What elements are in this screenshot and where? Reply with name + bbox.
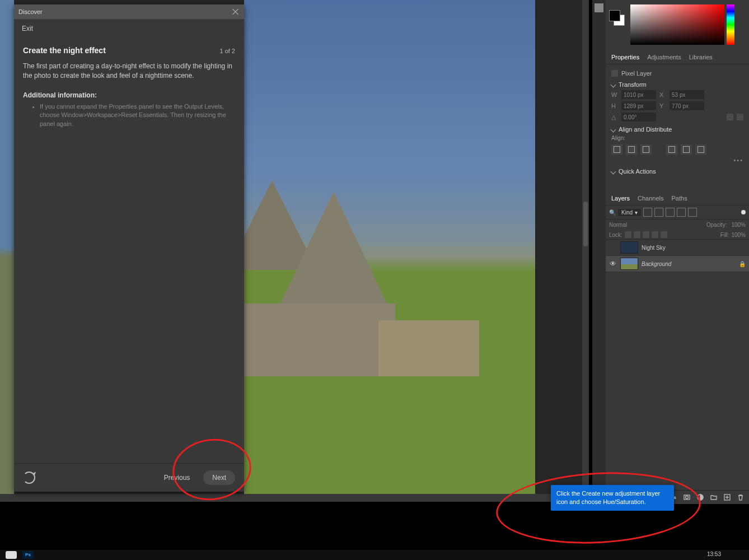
filter-pixel-icon[interactable] bbox=[643, 208, 652, 217]
layer-thumbnail[interactable] bbox=[620, 258, 638, 270]
x-input[interactable]: 53 px bbox=[670, 90, 704, 99]
previous-button[interactable]: Previous bbox=[155, 470, 199, 485]
horizontal-scrollbar-track[interactable] bbox=[0, 494, 582, 502]
building-cone-main bbox=[278, 192, 390, 309]
discover-titlebar: Discover bbox=[14, 4, 244, 19]
fill-input[interactable]: 100% bbox=[731, 232, 746, 238]
filter-kind-select[interactable]: Kind▾ bbox=[618, 209, 641, 216]
opacity-input[interactable]: 100% bbox=[731, 222, 746, 228]
refresh-icon[interactable] bbox=[23, 472, 35, 484]
coachmark-tooltip: Click the Create new adjustment layer ic… bbox=[551, 485, 674, 511]
align-center-v-icon[interactable] bbox=[681, 144, 692, 155]
filter-adjust-icon[interactable] bbox=[654, 208, 663, 217]
taskbar-photoshop-icon[interactable]: Ps bbox=[22, 551, 34, 559]
delete-layer-icon[interactable] bbox=[737, 493, 745, 501]
close-icon[interactable] bbox=[232, 8, 240, 16]
tab-properties[interactable]: Properties bbox=[611, 53, 639, 62]
collapsed-panel-strip[interactable] bbox=[592, 0, 606, 504]
tutorial-heading: Create the night effect bbox=[23, 46, 106, 55]
lock-label: Lock: bbox=[609, 232, 622, 238]
layer-row[interactable]: 👁 Background 🔒 bbox=[606, 256, 749, 272]
building-wall-right bbox=[378, 320, 479, 376]
height-input[interactable]: 1289 px bbox=[621, 101, 656, 110]
building-wall bbox=[244, 304, 395, 376]
discover-footer: Previous Next bbox=[14, 463, 244, 492]
align-center-h-icon[interactable] bbox=[626, 144, 637, 155]
blend-mode-select[interactable]: Normal bbox=[609, 222, 627, 228]
flip-v-icon[interactable] bbox=[737, 114, 743, 120]
color-panel bbox=[606, 0, 749, 50]
canvas-left-edge bbox=[0, 0, 14, 494]
tab-layers[interactable]: Layers bbox=[611, 194, 630, 203]
tab-libraries[interactable]: Libraries bbox=[689, 53, 713, 62]
next-button[interactable]: Next bbox=[203, 470, 235, 485]
new-adjustment-layer-icon[interactable] bbox=[696, 493, 704, 501]
new-group-icon[interactable] bbox=[710, 493, 718, 501]
visibility-toggle[interactable]: 👁 bbox=[609, 260, 617, 268]
color-field[interactable] bbox=[630, 4, 724, 45]
height-label: H bbox=[611, 102, 618, 109]
flip-h-icon[interactable] bbox=[727, 114, 733, 120]
filter-type-icon[interactable] bbox=[666, 208, 675, 217]
scrollbar-thumb[interactable] bbox=[583, 202, 588, 246]
exit-link[interactable]: Exit bbox=[14, 19, 244, 38]
lock-artboard-icon[interactable] bbox=[652, 231, 658, 238]
layer-row[interactable]: Night Sky bbox=[606, 240, 749, 256]
pixel-layer-icon bbox=[611, 70, 618, 77]
y-input[interactable]: 770 px bbox=[670, 101, 704, 110]
foreground-color-swatch[interactable] bbox=[609, 10, 620, 21]
align-right-icon[interactable] bbox=[640, 144, 652, 155]
collapsed-panel-icon[interactable] bbox=[594, 3, 603, 12]
more-options-icon[interactable]: ••• bbox=[611, 157, 743, 164]
filter-toggle-icon[interactable] bbox=[741, 210, 746, 214]
filter-smart-icon[interactable] bbox=[688, 208, 697, 217]
hue-slider[interactable] bbox=[727, 4, 734, 45]
tab-channels[interactable]: Channels bbox=[638, 194, 663, 203]
taskbar[interactable]: Ps 13:53 bbox=[0, 550, 749, 560]
lock-icon[interactable]: 🔒 bbox=[739, 261, 746, 267]
additional-list: If you cannot expand the Properties pane… bbox=[23, 102, 235, 128]
quick-actions-section[interactable]: Quick Actions bbox=[611, 168, 743, 175]
align-section[interactable]: Align and Distribute bbox=[611, 126, 743, 133]
x-label: X bbox=[659, 91, 666, 98]
tutorial-body: The first part of creating a day-to-nigh… bbox=[23, 62, 235, 81]
additional-label: Additional information: bbox=[23, 91, 235, 99]
filter-shape-icon[interactable] bbox=[677, 208, 686, 217]
layer-thumbnail[interactable] bbox=[620, 241, 638, 254]
layer-kind: Pixel Layer bbox=[621, 70, 652, 77]
start-button[interactable] bbox=[6, 551, 17, 559]
angle-icon: △ bbox=[611, 114, 618, 121]
align-sublabel: Align: bbox=[611, 135, 743, 141]
layer-name[interactable]: Night Sky bbox=[642, 245, 666, 251]
svg-point-1 bbox=[686, 496, 689, 499]
vertical-scrollbar[interactable] bbox=[582, 0, 589, 494]
search-icon[interactable]: 🔍 bbox=[609, 209, 616, 216]
lock-all-icon[interactable] bbox=[661, 231, 667, 238]
angle-input[interactable]: 0.00° bbox=[621, 113, 656, 122]
layer-mask-icon[interactable] bbox=[683, 493, 691, 501]
lock-trans-icon[interactable] bbox=[625, 231, 631, 238]
layer-name[interactable]: Background bbox=[642, 261, 671, 267]
new-layer-icon[interactable] bbox=[723, 493, 731, 501]
align-top-icon[interactable] bbox=[666, 144, 677, 155]
step-counter: 1 of 2 bbox=[219, 48, 235, 54]
right-dock: Properties Adjustments Libraries Pixel L… bbox=[592, 0, 749, 504]
align-left-icon[interactable] bbox=[611, 144, 622, 155]
transform-section[interactable]: Transform bbox=[611, 81, 743, 88]
additional-tip: If you cannot expand the Properties pane… bbox=[40, 102, 235, 128]
width-input[interactable]: 1010 px bbox=[621, 90, 656, 99]
layers-panel: Layers Channels Paths 🔍 Kind▾ Normal Opa bbox=[606, 192, 749, 504]
fg-bg-swatch[interactable] bbox=[609, 10, 625, 26]
properties-panel: Properties Adjustments Libraries Pixel L… bbox=[606, 50, 749, 180]
width-label: W bbox=[611, 91, 618, 98]
align-bottom-icon[interactable] bbox=[695, 144, 706, 155]
lock-image-icon[interactable] bbox=[634, 231, 640, 238]
opacity-label: Opacity: bbox=[706, 222, 727, 228]
discover-panel: Discover Exit Create the night effect 1 … bbox=[14, 4, 244, 492]
tab-adjustments[interactable]: Adjustments bbox=[647, 53, 681, 62]
taskbar-clock[interactable]: 13:53 bbox=[707, 551, 721, 557]
y-label: Y bbox=[659, 102, 666, 109]
tab-paths[interactable]: Paths bbox=[672, 194, 687, 203]
lock-pos-icon[interactable] bbox=[643, 231, 649, 238]
canvas-image bbox=[244, 0, 535, 494]
